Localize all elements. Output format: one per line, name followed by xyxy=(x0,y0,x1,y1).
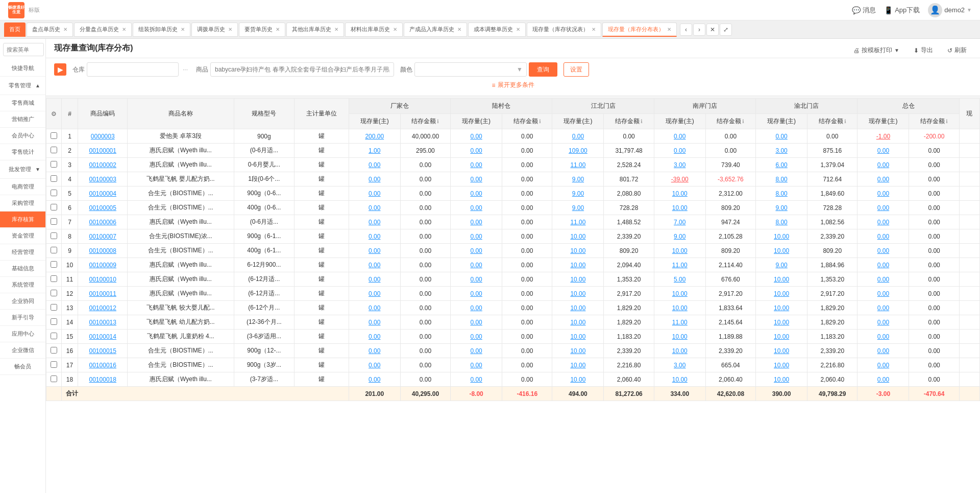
table-row: 6 00100005 合生元（BIOSTIME）... 400g（0-6... … xyxy=(46,201,980,215)
land-amt-info[interactable]: ℹ xyxy=(539,119,541,124)
th-settings[interactable]: ⚙ xyxy=(46,99,62,129)
sidebar-item-retail-mall[interactable]: 零售商城 xyxy=(0,95,45,111)
tab-material-out[interactable]: 材料出库单历史 ✕ xyxy=(345,22,403,37)
tab-close-combo[interactable]: ✕ xyxy=(181,27,185,32)
tab-transfer[interactable]: 调拨单历史 ✕ xyxy=(191,22,238,37)
cell-checkbox[interactable] xyxy=(46,330,62,344)
cell-checkbox[interactable] xyxy=(46,358,62,372)
cell-checkbox[interactable] xyxy=(46,229,62,244)
setting-btn[interactable]: 设置 xyxy=(564,62,589,77)
sidebar-item-wholesale[interactable]: 批发管理 ▼ xyxy=(0,160,45,179)
tab-cost-adjust[interactable]: 成本调整单历史 ✕ xyxy=(468,22,526,37)
total-amt-info[interactable]: ℹ xyxy=(946,119,948,124)
sidebar-item-quicknav[interactable]: 快捷导航 xyxy=(0,60,45,77)
sidebar-item-marketing[interactable]: 营销推广 xyxy=(0,111,45,128)
tab-stock-status[interactable]: 现存量（库存状况表） ✕ xyxy=(527,22,601,37)
cell-checkbox[interactable] xyxy=(46,372,62,387)
cell-land-qty: 0.00 xyxy=(451,301,502,315)
tab-close-cost-adjust[interactable]: ✕ xyxy=(516,27,520,32)
cell-checkbox[interactable] xyxy=(46,158,62,172)
app-download-label: App下载 xyxy=(895,6,920,15)
sidebar-item-enterprise[interactable]: 企业协同 xyxy=(0,293,45,310)
tab-stock-point[interactable]: 分量盘点单历史 ✕ xyxy=(74,22,132,37)
cell-nanbin-qty: 3.00 xyxy=(654,358,705,372)
export-btn[interactable]: ⬇ 导出 xyxy=(909,44,938,57)
cell-checkbox[interactable] xyxy=(46,186,62,201)
print-btn[interactable]: 🖨 按模板打印 ▼ xyxy=(848,44,904,57)
cell-checkbox[interactable] xyxy=(46,315,62,330)
tab-expand-btn[interactable]: ⤢ xyxy=(720,24,732,36)
user-area[interactable]: 👤 demo2 ▼ xyxy=(928,3,972,17)
tab-next-btn[interactable]: › xyxy=(693,24,705,36)
sidebar-item-ecom[interactable]: 电商管理 xyxy=(0,179,45,195)
goods-input[interactable] xyxy=(210,62,394,77)
enterprise-label: 企业协同 xyxy=(12,297,34,305)
tab-close-product-in[interactable]: ✕ xyxy=(457,27,461,32)
cell-yubei-amt: 1,884.96 xyxy=(807,258,857,272)
sidebar-item-guide[interactable]: 新手引导 xyxy=(0,310,45,326)
app-download-btn[interactable]: 📱 App下载 xyxy=(884,6,920,15)
cell-total-qty: 0.00 xyxy=(857,244,909,258)
message-btn[interactable]: 💬 消息 xyxy=(852,6,876,15)
cell-checkbox[interactable] xyxy=(46,172,62,186)
color-input[interactable] xyxy=(414,62,527,77)
print-label: 按模板打印 xyxy=(862,46,892,55)
tab-close-stock-dist[interactable]: ✕ xyxy=(667,27,671,32)
tab-close-stock-single[interactable]: ✕ xyxy=(63,27,67,32)
cell-checkbox[interactable] xyxy=(46,344,62,358)
warehouse-input[interactable] xyxy=(87,62,179,77)
cell-checkbox[interactable] xyxy=(46,258,62,272)
table-row: 1 0000003 爱他美 卓萃3段 900g 罐 200.00 40,000.… xyxy=(46,129,980,144)
sidebar-item-member2[interactable]: 畅会员 xyxy=(0,359,45,375)
tab-requisition[interactable]: 要货单历史 ✕ xyxy=(239,22,285,37)
cell-unit: 罐 xyxy=(295,358,349,372)
sidebar-item-purchase[interactable]: 采购管理 xyxy=(0,195,45,212)
tab-close-material-out[interactable]: ✕ xyxy=(393,27,397,32)
tab-prev-btn[interactable]: ‹ xyxy=(680,24,692,36)
sidebar-item-system[interactable]: 系统管理 xyxy=(0,277,45,293)
tab-close-stock-point[interactable]: ✕ xyxy=(122,27,126,32)
search-input[interactable] xyxy=(3,43,44,56)
jiangbei-amt-info[interactable]: ℹ xyxy=(641,119,643,124)
cell-checkbox[interactable] xyxy=(46,287,62,301)
tab-close-stock-status[interactable]: ✕ xyxy=(592,27,596,32)
cell-checkbox[interactable] xyxy=(46,244,62,258)
sidebar-item-basic[interactable]: 基础信息 xyxy=(0,261,45,277)
tab-stock-dist[interactable]: 现存量（库存分布表） ✕ xyxy=(602,22,677,37)
tab-home[interactable]: 首页 xyxy=(4,22,26,37)
factory-amt-info[interactable]: ℹ xyxy=(437,119,439,124)
wholesale-label: 批发管理 xyxy=(5,166,34,173)
sidebar-item-inventory[interactable]: 库存核算 xyxy=(0,212,45,228)
sidebar-item-member[interactable]: 会员中心 xyxy=(0,128,45,144)
tab-close-other-out[interactable]: ✕ xyxy=(334,27,338,32)
filter-expand-btn[interactable]: ▶ xyxy=(54,63,66,76)
cell-code: 00100013 xyxy=(78,315,128,330)
sidebar-item-finance[interactable]: 资金管理 xyxy=(0,228,45,244)
refresh-btn[interactable]: ↺ 刷新 xyxy=(942,44,972,57)
sidebar-item-ops[interactable]: 经营管理 xyxy=(0,244,45,261)
nanbin-amt-info[interactable]: ℹ xyxy=(742,119,744,124)
tab-close-transfer[interactable]: ✕ xyxy=(228,27,232,32)
tab-other-out[interactable]: 其他出库单历史 ✕ xyxy=(286,22,344,37)
table-container[interactable]: ⚙ # 商品编码 商品名称 规格型号 主计量单位 厂家仓 陆村仓 江北门店 南岸… xyxy=(46,98,980,493)
sidebar-item-retail-stats[interactable]: 零售统计 xyxy=(0,144,45,160)
tab-stock-single[interactable]: 盘点单历史 ✕ xyxy=(27,22,73,37)
cell-checkbox[interactable] xyxy=(46,301,62,315)
sidebar-item-apps[interactable]: 应用中心 xyxy=(0,326,45,342)
th-factory-amt: 结存金额ℹ xyxy=(400,114,450,129)
cell-checkbox[interactable] xyxy=(46,215,62,229)
tab-close-requisition[interactable]: ✕ xyxy=(276,27,280,32)
tab-more-btn[interactable]: ✕ xyxy=(706,24,719,36)
cell-checkbox[interactable] xyxy=(46,129,62,144)
tab-product-in[interactable]: 产成品入库单历史 ✕ xyxy=(404,22,467,37)
cell-checkbox[interactable] xyxy=(46,272,62,287)
sidebar-item-retail-mgmt[interactable]: 零售管理 ▲ xyxy=(0,77,45,95)
settings-icon[interactable]: ⚙ xyxy=(51,110,57,118)
sidebar-item-corp-wechat[interactable]: 企业微信 xyxy=(0,342,45,359)
expand-more-btn[interactable]: ≡ 展开更多条件 xyxy=(487,79,538,91)
tab-combo[interactable]: 组装拆卸单历史 ✕ xyxy=(133,22,190,37)
cell-checkbox[interactable] xyxy=(46,144,62,158)
search-btn[interactable]: 查询 xyxy=(529,62,557,77)
cell-checkbox[interactable] xyxy=(46,201,62,215)
yubei-amt-info[interactable]: ℹ xyxy=(844,119,846,124)
